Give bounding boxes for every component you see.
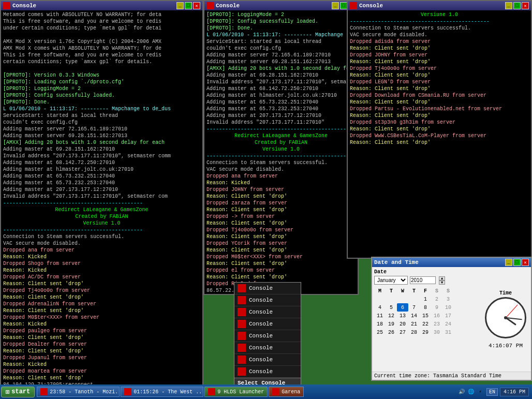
- console3-minimize[interactable]: _: [505, 2, 512, 9]
- context-menu-label: Console: [249, 345, 273, 351]
- year-down[interactable]: ▼: [439, 280, 445, 285]
- console-line: L 01/06/2010 - 11:13:17: --------- Mapch…: [206, 32, 356, 38]
- cal-day-cell[interactable]: 17: [442, 312, 454, 320]
- console-line: [DPROTO]: Done.: [3, 99, 200, 106]
- context-menu-item[interactable]: Console: [234, 306, 301, 318]
- console-line: Dropped el from server: [206, 267, 356, 274]
- cal-day-cell[interactable]: 11: [374, 312, 386, 320]
- cal-day-cell[interactable]: 12: [386, 312, 397, 320]
- cal-day-cell[interactable]: 23: [431, 320, 442, 328]
- taskbar-item-2[interactable]: 9 HLDS Launcher: [204, 387, 268, 397]
- clock-face: [485, 297, 526, 338]
- console1-titlebar[interactable]: Console _ □ ✕: [1, 1, 202, 10]
- context-menu: ConsoleConsoleConsoleConsoleConsoleConso…: [234, 282, 301, 389]
- year-up[interactable]: ▲: [439, 276, 445, 280]
- garena-icon: [272, 388, 279, 395]
- datetime-close[interactable]: ✕: [522, 259, 529, 266]
- taskbar-item-3[interactable]: Garena: [269, 387, 304, 397]
- cal-day-cell[interactable]: 13: [397, 312, 408, 320]
- cal-header-cell: F: [420, 287, 431, 295]
- context-menu-item[interactable]: Console: [234, 342, 301, 354]
- cal-day-cell[interactable]: 15: [420, 312, 431, 320]
- cal-day-cell[interactable]: 28: [408, 328, 420, 336]
- cal-day-cell[interactable]: 30: [431, 328, 442, 336]
- taskbar-item-1[interactable]: 01:15:26 - The West ...: [121, 387, 203, 397]
- console3-close[interactable]: ✕: [522, 2, 529, 9]
- cal-day-cell[interactable]: 19: [386, 320, 397, 328]
- console-line: Invalid address "207.173.177.11:27010": [206, 119, 356, 126]
- cal-day-cell[interactable]: 8: [420, 303, 431, 312]
- console-line: Dropped YCorik from server: [206, 240, 356, 247]
- cal-day-cell[interactable]: 31: [442, 328, 454, 336]
- console-line: L 01/06/2010 - 11:13:17: --------- Mapch…: [3, 106, 200, 112]
- cal-day-cell[interactable]: 9: [431, 303, 442, 312]
- cal-day-cell[interactable]: 26: [386, 328, 397, 336]
- console-line: [DPROTO]: Done.: [206, 25, 356, 32]
- console-line: Dropped Shogo from server: [3, 260, 200, 267]
- cal-day-cell[interactable]: 29: [420, 328, 431, 336]
- console-line: Adding master at 207.173.177.12:27010: [206, 112, 356, 119]
- console1-maximize[interactable]: □: [185, 2, 192, 9]
- cal-day-cell[interactable]: 22: [420, 320, 431, 328]
- console2-minimize[interactable]: _: [332, 2, 339, 9]
- month-select[interactable]: January February March: [374, 276, 408, 285]
- console3-titlebar[interactable]: Console _ □ ✕: [348, 1, 531, 10]
- console3-controls[interactable]: _ □ ✕: [505, 2, 529, 9]
- context-menu-item[interactable]: Console: [234, 283, 301, 294]
- console-line: Invalid address "207.173.177.11:27010", …: [3, 153, 200, 159]
- lang-button[interactable]: EN: [486, 388, 498, 396]
- cal-header-cell: T: [408, 287, 420, 295]
- console-line: Reason: Client sent 'drop': [3, 348, 200, 354]
- cal-day-cell[interactable]: 5: [386, 303, 397, 312]
- clock-center: [504, 316, 507, 319]
- console-line: Reason: Client sent 'drop': [206, 233, 356, 240]
- console2-maximize[interactable]: □: [340, 2, 347, 9]
- cal-day-cell[interactable]: 6: [397, 303, 408, 312]
- context-menu-item[interactable]: Console: [234, 330, 301, 342]
- datetime-minimize[interactable]: _: [505, 259, 512, 266]
- cal-day-cell[interactable]: 21: [408, 320, 420, 328]
- datetime-controls[interactable]: _ □ ✕: [505, 259, 529, 266]
- calendar-header[interactable]: January February March ▲ ▼: [374, 276, 478, 285]
- cal-day-cell[interactable]: 27: [397, 328, 408, 336]
- console-line: Reason: Client sent 'drop': [350, 85, 529, 92]
- cal-day-cell[interactable]: 25: [374, 328, 386, 336]
- year-spinner[interactable]: ▲ ▼: [439, 276, 445, 285]
- cal-day-cell: [386, 295, 397, 303]
- start-button[interactable]: ⊞ start: [1, 387, 35, 397]
- cal-day-cell[interactable]: 1: [420, 295, 431, 303]
- console3-maximize[interactable]: □: [513, 2, 521, 9]
- context-menu-item[interactable]: Console: [234, 354, 301, 366]
- context-menu-item[interactable]: Console: [234, 318, 301, 330]
- cal-day-cell[interactable]: 7: [408, 303, 420, 312]
- console1-close[interactable]: ✕: [193, 2, 200, 9]
- console-line: Reason: Client sent 'drop': [206, 247, 356, 254]
- cal-day-cell[interactable]: 10: [442, 303, 454, 312]
- browser-icon: [40, 388, 48, 395]
- context-menu-item[interactable]: Console: [234, 294, 301, 306]
- datetime-titlebar[interactable]: Date and Time _ □ ✕: [372, 258, 531, 267]
- console1-minimize[interactable]: _: [176, 2, 184, 9]
- datetime-maximize[interactable]: □: [513, 259, 521, 266]
- context-menu-item[interactable]: Console: [234, 366, 301, 378]
- console-window-1: Console _ □ ✕ Metamod comes with ABSOLUT…: [0, 0, 203, 387]
- cal-day-cell[interactable]: 3: [442, 295, 454, 303]
- year-input[interactable]: [410, 276, 436, 284]
- console-line: couldn't exec config.cfg: [3, 119, 200, 126]
- cal-day-cell[interactable]: 18: [374, 320, 386, 328]
- cal-day-cell[interactable]: 2: [431, 295, 442, 303]
- console-line: AMX Mod X version 1.76c Copyright (C) 20…: [3, 38, 200, 45]
- cal-day-cell[interactable]: 16: [431, 312, 442, 320]
- cal-day-cell[interactable]: 14: [408, 312, 420, 320]
- cal-day-cell[interactable]: 24: [442, 320, 454, 328]
- taskbar-item-0[interactable]: 23:58 - Tanoth - Mozi...: [37, 387, 120, 397]
- context-menu-label: Console: [249, 357, 273, 363]
- cal-day-cell[interactable]: 4: [374, 303, 386, 312]
- time-display[interactable]: 4:16 PM: [500, 388, 529, 396]
- tray-icon-1: 🔊: [457, 388, 466, 396]
- console-window-2: Console _ □ ✕ [DPROTO]: LoggingMode = 2[…: [203, 0, 359, 295]
- console1-controls[interactable]: _ □ ✕: [176, 2, 200, 9]
- console2-titlebar[interactable]: Console _ □ ✕: [204, 1, 358, 10]
- cal-day-cell[interactable]: 20: [397, 320, 408, 328]
- console-icon: [238, 332, 246, 340]
